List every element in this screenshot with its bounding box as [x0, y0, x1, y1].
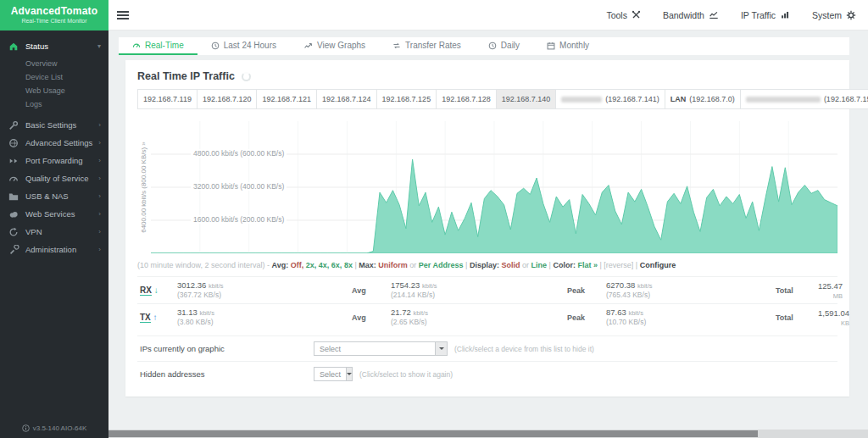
topbar-link-tools[interactable]: Tools [606, 10, 641, 20]
clock-icon [211, 42, 220, 50]
menu-toggle-button[interactable] [117, 9, 129, 21]
chevron-down-icon: ▾ [97, 42, 101, 50]
horizontal-scrollbar[interactable] [108, 430, 868, 438]
sidebar-subitem-overview[interactable]: Overview [25, 57, 108, 70]
sidebar-item-status[interactable]: Status ▾ [0, 37, 108, 55]
graphic-ips-select[interactable]: Select [314, 341, 448, 356]
sidebar-item-label: Status [25, 42, 97, 51]
sidebar-item-web-services[interactable]: Web Services › [0, 205, 108, 223]
max-option-uniform[interactable]: Uniform [378, 261, 408, 269]
topbar-link-label: Tools [606, 10, 627, 20]
sidebar-item-label: Advanced Settings [25, 138, 98, 147]
globe-icon [8, 138, 19, 148]
ip-tab[interactable]: 192.168.7.120 [197, 89, 258, 109]
gridline-label: 4800.00 kbit/s (600.00 KB/s) [191, 149, 287, 158]
main-area: Tools Bandwidth IP Traffic System Real-T… [108, 0, 868, 438]
sidebar-subitem-logs[interactable]: Logs [25, 97, 108, 111]
topbar: Tools Bandwidth IP Traffic System [108, 0, 868, 30]
topbar-links: Tools Bandwidth IP Traffic System [606, 10, 868, 20]
reverse-link[interactable]: [reverse] [604, 261, 633, 269]
version-text: v3.5-140 AIO-64K [33, 424, 87, 432]
app-logo[interactable]: AdvancedTomato Real-Time Client Monitor [0, 0, 108, 30]
tab-label: Monthly [559, 41, 589, 50]
window-note: (10 minute window, 2 second interval) - [137, 261, 270, 269]
color-label: Color: [553, 261, 576, 269]
ip-tab[interactable]: 192.168.7.124 [316, 89, 377, 109]
status-submenu: Overview Device List Web Usage Logs [0, 55, 108, 116]
ip-tab[interactable]: 192.168.7.121 [256, 89, 317, 109]
hidden-addresses-label: Hidden addresses [140, 369, 314, 379]
chevron-right-icon: › [98, 121, 101, 129]
home-icon [8, 42, 19, 52]
chart-options-line: (10 minute window, 2 second interval) - … [137, 261, 837, 269]
gridline-label: 1600.00 kbit/s (200.00 KB/s) [191, 215, 287, 224]
rx-link[interactable]: RX [140, 286, 152, 296]
sidebar-subitem-device-list[interactable]: Device List [25, 70, 108, 84]
sidebar-item-label: VPN [25, 227, 98, 236]
ip-tab[interactable]: 192.168.7.119 [137, 89, 198, 109]
sidebar-item-label: Port Forwarding [25, 156, 98, 165]
calendar-icon [547, 42, 555, 50]
bar-chart-icon [780, 10, 790, 19]
display-option-line[interactable]: Line [531, 261, 548, 269]
max-option-per-address[interactable]: Per Address [419, 261, 464, 269]
tab-daily[interactable]: Daily [475, 37, 533, 55]
sidebar-item-advanced-settings[interactable]: Advanced Settings › [0, 134, 108, 152]
topbar-link-ip-traffic[interactable]: IP Traffic [741, 10, 790, 20]
avg-option-4x[interactable]: 4x, [319, 261, 330, 269]
color-option-flat[interactable]: Flat » [577, 261, 598, 269]
real-time-ip-traffic-panel: Real Time IP Traffic 192.168.7.119 192.1… [125, 60, 849, 396]
avg-option-off[interactable]: Off, [291, 261, 304, 269]
ip-tab[interactable]: 192.168.7.125 [376, 89, 437, 109]
configure-link[interactable]: Configure [640, 261, 676, 269]
ip-tab-redacted[interactable]: (192.168.7.150) [740, 89, 868, 109]
topbar-link-system[interactable]: System [812, 10, 856, 20]
vpn-refresh-icon [8, 227, 19, 237]
avg-option-6x[interactable]: 6x, [331, 261, 342, 269]
rx-stats-row: RX ↓ 3012.36 kbit/s (367.72 KB/s) Avg 17… [137, 276, 837, 303]
ip-tab-redacted[interactable]: (192.168.7.141) [555, 89, 665, 109]
sidebar-item-quality-of-service[interactable]: Quality of Service › [0, 169, 108, 187]
sidebar-item-usb-nas[interactable]: USB & NAS › [0, 187, 108, 205]
chevron-right-icon: › [98, 246, 101, 253]
loading-spinner-icon [242, 72, 251, 81]
sidebar-item-label: USB & NAS [25, 191, 98, 201]
sidebar-subitem-web-usage[interactable]: Web Usage [25, 84, 108, 97]
hidden-addresses-select[interactable]: Select [314, 367, 353, 381]
avg-option-2x[interactable]: 2x, [306, 261, 317, 269]
tab-view-graphs[interactable]: View Graphs [290, 37, 379, 55]
hidden-addresses-hint: (Click/select to show it again) [359, 370, 453, 379]
tx-link[interactable]: TX [140, 313, 151, 323]
sidebar-item-administration[interactable]: Administration › [0, 241, 108, 258]
chevron-right-icon: › [98, 175, 101, 182]
rx-total: 125.47 MB [818, 281, 848, 300]
tools-icon [632, 10, 641, 19]
info-icon [22, 424, 30, 432]
sidebar-item-label: Administration [25, 245, 98, 254]
tx-stats-row: TX ↑ 31.13 kbit/s (3.80 KB/s) Avg 21.72 … [137, 303, 837, 330]
avg-option-8x[interactable]: 8x [344, 261, 353, 269]
display-option-solid[interactable]: Solid [501, 261, 520, 269]
cloud-icon [8, 209, 19, 219]
tab-label: View Graphs [317, 41, 365, 50]
firmware-version: v3.5-140 AIO-64K [0, 424, 108, 432]
ip-tab-lan[interactable]: LAN(192.168.7.0) [665, 89, 741, 109]
ip-tab[interactable]: 192.168.7.128 [436, 89, 497, 109]
scrollbar-thumb[interactable] [108, 430, 758, 437]
select-arrow-icon [435, 342, 447, 355]
tab-transfer-rates[interactable]: Transfer Rates [379, 37, 475, 55]
ip-tab-active[interactable]: 192.168.7.140 [496, 89, 557, 109]
admin-wrench-icon [8, 245, 19, 255]
sidebar-item-port-forwarding[interactable]: Port Forwarding › [0, 152, 108, 169]
topbar-link-label: Bandwidth [663, 10, 704, 20]
avg-label: Avg: [272, 261, 289, 269]
topbar-link-bandwidth[interactable]: Bandwidth [663, 10, 719, 20]
sidebar-item-basic-settings[interactable]: Basic Settings › [0, 116, 108, 134]
tab-monthly[interactable]: Monthly [533, 37, 603, 55]
tab-real-time[interactable]: Real-Time [119, 37, 198, 55]
sidebar-item-vpn[interactable]: VPN › [0, 223, 108, 241]
tab-last-24-hours[interactable]: Last 24 Hours [198, 37, 290, 55]
tab-label: Real-Time [145, 41, 184, 50]
device-ip-tabstrip: 192.168.7.119 192.168.7.120 192.168.7.12… [137, 89, 868, 109]
view-tabstrip: Real-Time Last 24 Hours View Graphs Tran… [119, 37, 849, 55]
